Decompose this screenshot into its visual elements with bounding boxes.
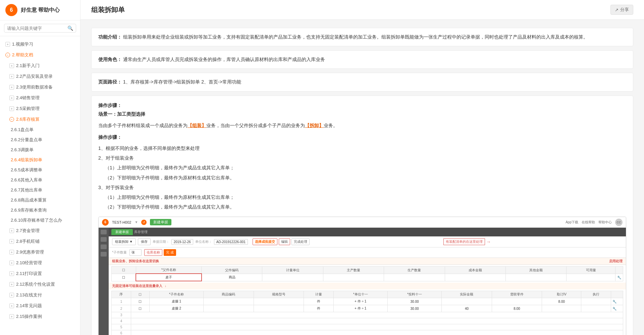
expand-icon: + [9,250,14,255]
sidebar-item-264[interactable]: 2.6.4组装拆卸单 [0,155,80,165]
sidebar-item-265[interactable]: 2.6.5成本调整单 [0,165,80,175]
step1: 1、根据不同的业务，选择不同单据的类型来处理 [98,144,626,153]
expand-icon: + [9,314,14,319]
search-icon[interactable]: 🔍 [67,25,73,31]
share-button[interactable]: ↗ 分享 [610,5,633,15]
sidebar-item-268[interactable]: 2.6.8商品成本重算 [0,195,80,205]
td-actual [384,274,445,281]
th-parent-code: 父件编码 [202,267,262,274]
sidebar-item-28[interactable]: + 2.8手机旺铺 [0,236,80,247]
th-l-plan-qty: *单位十一 [333,291,387,298]
sidebar-item-213[interactable]: + 2.13在线支付 [0,290,80,300]
mock-unit-field[interactable]: AD-201912226-001 [214,239,248,245]
expand-icon: + [9,271,14,276]
sidebar-item-label: 2.帮助文档 [12,52,33,58]
sidebar-item-210[interactable]: + 2.10经营管理 [0,258,80,268]
th-l-unit: 计量 [304,291,333,298]
th-ops [615,267,623,274]
mock-tab[interactable]: 库存管理 [134,230,148,234]
step2-1: （1）上部明细为父件明细，最终作为产成品生成其它入库单； [98,164,626,172]
sidebar-item-269[interactable]: 2.6.9库存账本查询 [0,205,80,215]
td-l-parts1 [492,298,542,305]
sidebar-item-label: 2.9优惠券管理 [16,249,44,255]
sidebar-item-214[interactable]: + 2.14常见问题 [0,300,80,311]
td-unit [262,274,323,281]
sidebar-item-24[interactable]: + 2.4销售管理 [0,93,80,103]
th-planned-qty: 主产数量 [323,267,384,274]
mock-tab-active[interactable]: 新建单据 [111,229,133,235]
mock-refresh: ↺ [141,220,147,225]
content-area: 功能介绍： 组装拆卸单用来处理企业组装或拆卸等加工业务，支持有固定装配清单的产品… [80,20,644,335]
step3: 3、对于拆装业务 [98,183,626,192]
sidebar-item-label: 2.7资金管理 [16,228,40,234]
arrow-icon1: → [486,239,491,244]
path-box: 页面路径： 1、库存核算->库存管理->组装拆卸单 2、首页->常用功能 [91,73,633,91]
sidebar-item-21[interactable]: + 2.1新手入门 [0,60,80,71]
mock-complete-btn[interactable]: 完 成 [164,249,176,256]
td-l-plan2: + 件 ÷ 1 [333,305,387,312]
th-l-ops [611,291,623,298]
sidebar-item-23[interactable]: + 2.3使用前数据准备 [0,82,80,93]
sidebar-item-211[interactable]: + 2.11打印设置 [0,268,80,279]
mock-sidebar-icon4 [101,252,107,257]
sidebar-item-video[interactable]: + 1.视频学习 [0,39,80,50]
sidebar-item-215[interactable]: + 2.15操作案例 [0,311,80,322]
sidebar-item-26[interactable]: − 2.6库存核算 [0,114,80,125]
mock-save-btn[interactable]: 保存 [138,238,151,245]
td-l-rowops2: 🔧 [611,305,623,312]
th-l-link-parts: 需联零件 [492,291,542,298]
mock-date-label: 单据日期： [153,239,169,244]
mock-warehouse-field[interactable]: 仓库名称 [144,249,162,256]
td-l-empty6 [131,330,623,335]
sidebar-item-29[interactable]: + 2.9优惠券管理 [0,247,80,258]
screenshot: 6 TEST-H002 ▼ ↺ 新建单据 App下载 在线帮助 帮助中心 CC [98,217,626,335]
td-l-code1 [204,298,254,305]
mock-assembly-btn[interactable]: 选择成批提交 [253,238,277,245]
mock-sidebar-icon1 [101,230,107,234]
step2: 2、对于组装业务 [98,154,626,162]
sidebar-item-262[interactable]: 2.6.2分量盘点单 [0,135,80,145]
td-parent-name: 桌子 [136,274,201,281]
role-label: 使用角色： [98,57,122,62]
role-box: 使用角色： 通常由生产人员或库管人员完成拆装业务的操作，库管人员确认原材料的出库… [91,50,633,69]
annotation4-text: 无固定清单可组装在这里批量录入 [112,284,162,288]
sidebar-item-25[interactable]: + 2.5采购管理 [0,103,80,114]
mock-count-field[interactable]: 张 [129,249,142,256]
sidebar-item-261[interactable]: 2.6.1盘点单 [0,125,80,135]
mock-new-doc-btn[interactable]: 新建单据 [150,219,171,225]
sidebar-item-2610[interactable]: 2.6.10库存账本错了怎么办 [0,215,80,225]
sidebar-item-label: 2.12系统个性化设置 [16,281,55,287]
sidebar-item-label: 2.4销售管理 [16,95,40,101]
search-input-wrap[interactable]: 🔍 [4,24,76,33]
sidebar-item-27[interactable]: + 2.7资金管理 [0,225,80,236]
sidebar-item-263[interactable]: 2.6.3调拨单 [0,145,80,155]
mock-edit-btn[interactable]: 编辑 [279,238,290,245]
td-l-no4: 4 [112,318,131,324]
sidebar-header: 6 好生意 帮助中心 [0,0,80,20]
th-l-input-qty: *投料十一 [387,291,441,298]
intro-label: 功能介绍： [98,34,122,40]
logo-icon: 6 [5,4,17,16]
td-other [505,274,566,281]
sidebar-item-label: 2.8手机旺铺 [16,238,40,244]
mock-sidebar-icon2 [101,237,107,242]
td-row-ops: 🔧 [615,274,623,281]
sidebar-item-help[interactable]: − 2.帮助文档 [0,50,80,60]
sidebar-item-266[interactable]: 2.6.6其他入库单 [0,175,80,185]
search-input[interactable] [7,26,67,31]
sidebar-item-267[interactable]: 2.6.7其他出库单 [0,185,80,195]
sidebar-item-22[interactable]: + 2.2产品安装及登录 [0,71,80,82]
mock-finish-btn[interactable]: 完成处理 [291,238,310,245]
collapse-icon: − [9,117,14,122]
expand-icon: + [5,42,10,47]
mock-date-field[interactable]: 2019-12-26 [171,239,193,245]
sidebar-item-212[interactable]: + 2.12系统个性化设置 [0,279,80,290]
mock-logo: 6 [102,219,109,226]
td-l-amt2: 40 [442,305,492,312]
ops-label: 操作步骤： [98,103,626,109]
expand-icon: + [9,74,14,79]
mock-sidebar-icon3 [101,244,107,249]
td-l-cb1: ☐ [131,298,149,305]
mock-type-field[interactable]: 组装拆卸 ▼ [112,238,136,245]
table-row: ☐ 桌子 商品 🔧 [112,274,623,281]
